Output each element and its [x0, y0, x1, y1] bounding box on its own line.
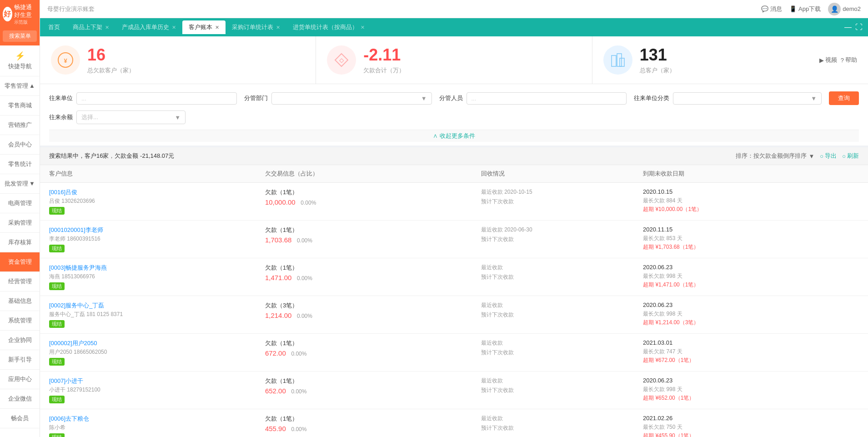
overdue-link[interactable]: 超期 ¥672.00（1笔） — [643, 357, 859, 364]
stat-debt-amount: ◇ -2.11 欠款合计（万） — [316, 36, 592, 84]
debt-customers-icon: ¥ — [51, 45, 80, 75]
customer-name[interactable]: [0001020001]李老师 — [49, 226, 265, 234]
customer-name[interactable]: [0007]小进干 — [49, 377, 265, 385]
sidebar-item-system[interactable]: 系统管理 — [0, 311, 40, 331]
customer-sub: 海燕 18513066976 — [49, 273, 265, 281]
recover-next: 预计下次收款 — [481, 424, 643, 432]
video-button[interactable]: ▶ 视频 — [819, 56, 837, 64]
tab-purchase-order[interactable]: 采购订单统计表 ✕ — [226, 20, 286, 34]
filter-collapse-button[interactable]: ∧ 收起更多条件 — [49, 130, 859, 142]
sidebar-item-enterprise-coop[interactable]: 企业协同 — [0, 331, 40, 350]
sidebar-item-retail-mgmt[interactable]: 零售管理 ▲ — [0, 76, 40, 96]
table-row: [0006]去下粮仓 陈小希 现结 欠款（1笔） 455.90 0.00% 最近… — [40, 409, 868, 437]
quick-nav-icon: ⚡ — [3, 51, 37, 61]
overdue-days: 最长欠款 747 天 — [643, 348, 859, 356]
sidebar-item-inventory[interactable]: 库存核算 — [0, 233, 40, 252]
sidebar-item-batch-mgmt[interactable]: 批发管理 ▼ — [0, 174, 40, 194]
sidebar-item-vip[interactable]: 畅会员 — [0, 409, 40, 428]
unit-class-select[interactable]: ▼ — [673, 92, 822, 105]
tab-close-icon[interactable]: ✕ — [215, 25, 219, 30]
tab-stock-statistics[interactable]: 进货单统计表（按商品） ✕ — [286, 20, 371, 34]
debt-count: 欠款（1笔） — [265, 415, 481, 423]
tabs-minimize-icon[interactable]: — — [844, 23, 852, 31]
table-row: [0001020001]李老师 李老师 18600391516 现结 欠款（1笔… — [40, 221, 868, 258]
debt-percent: 0.00% — [291, 426, 306, 432]
results-actions: 排序：按欠款金额倒序排序 ▼ ○ 导出 ○ 刷新 — [736, 152, 859, 160]
tab-customer-account[interactable]: 客户账本 ✕ — [182, 20, 226, 34]
tab-production-history[interactable]: 产成品入库单历史 ✕ — [115, 20, 182, 34]
sidebar-item-member[interactable]: 会员中心 — [0, 135, 40, 155]
tab-close-icon[interactable]: ✕ — [361, 25, 365, 30]
unit-class-label: 往来单位分类 — [634, 94, 669, 102]
overdue-cell: 2020.11.15 最长欠款 853 天 超期 ¥1,703.68（1笔） — [643, 226, 859, 251]
overdue-date: 2020.11.15 — [643, 226, 859, 233]
tabs-fullscreen-icon[interactable]: ⛶ — [855, 23, 863, 31]
sidebar-item-retail-mall[interactable]: 零售商城 — [0, 96, 40, 116]
recover-next: 预计下次收款 — [481, 349, 643, 357]
debt-info-cell: 欠款（1笔） 652.00 0.00% — [265, 377, 481, 395]
source-unit-label: 往来单位 — [49, 94, 73, 102]
overdue-cell: 2020.06.23 最长欠款 998 天 超期 ¥1,214.00（3笔） — [643, 301, 859, 326]
search-button[interactable]: 查询 — [829, 91, 859, 105]
chevron-down-icon: ▲ — [29, 82, 35, 89]
sidebar-item-retail-stats[interactable]: 零售统计 — [0, 155, 40, 174]
customer-name[interactable]: [0003]畅捷服务尹海燕 — [49, 264, 265, 272]
manager-input[interactable]: ... — [467, 92, 627, 105]
customer-name[interactable]: [0006]去下粮仓 — [49, 415, 265, 423]
sidebar-item-ecommerce[interactable]: 电商管理 — [0, 194, 40, 213]
sidebar-item-marketing[interactable]: 营销推广 — [0, 116, 40, 135]
message-button[interactable]: 💬 消息 — [761, 5, 782, 13]
sidebar-item-new-guide[interactable]: 新手引导 — [0, 350, 40, 370]
refresh-icon: ○ — [842, 153, 846, 160]
table-row: [0007]小进干 小进干 18279152100 现结 欠款（1笔） 652.… — [40, 372, 868, 409]
overdue-link[interactable]: 超期 ¥10,000.00（1笔） — [643, 206, 859, 213]
help-button[interactable]: ? 帮助 — [841, 56, 857, 64]
tabs-actions: — ⛶ — [841, 23, 866, 31]
overdue-cell: 2020.06.23 最长欠款 998 天 超期 ¥652.00（1笔） — [643, 377, 859, 402]
sidebar-item-enterprise-wechat[interactable]: 企业微信 — [0, 389, 40, 409]
sidebar-item-purchase[interactable]: 采购管理 — [0, 213, 40, 233]
customer-name[interactable]: [000002]用户2050 — [49, 339, 265, 347]
overdue-link[interactable]: 超期 ¥1,703.68（1笔） — [643, 243, 859, 251]
customer-name[interactable]: [0016]吕俊 — [49, 188, 265, 196]
recover-last: 最近收款 — [481, 339, 643, 347]
debt-amount-icon: ◇ — [327, 45, 356, 75]
overdue-link[interactable]: 超期 ¥455.90（1笔） — [643, 432, 859, 437]
help-icon: ? — [841, 57, 844, 64]
overdue-link[interactable]: 超期 ¥1,214.00（3笔） — [643, 319, 859, 326]
col-overdue: 到期未收款日期 — [643, 170, 859, 178]
sidebar-item-app-center[interactable]: 应用中心 — [0, 370, 40, 389]
debt-percent: 0.00% — [297, 313, 312, 319]
sidebar-item-finance[interactable]: 资金管理 — [0, 252, 40, 272]
industry-label: 母婴行业演示账套 — [47, 5, 95, 13]
tab-close-icon[interactable]: ✕ — [105, 25, 109, 30]
recover-last: 最近收款 2020-10-15 — [481, 188, 643, 196]
balance-select[interactable]: 选择... ▼ — [76, 111, 186, 124]
tab-home[interactable]: 首页 — [42, 20, 66, 34]
avatar: 👤 — [828, 3, 841, 15]
debt-info-cell: 欠款（1笔） 1,703.68 0.00% — [265, 226, 481, 244]
tab-products-offline[interactable]: 商品上下架 ✕ — [66, 20, 115, 34]
debt-amount-value: -2.11 — [363, 45, 405, 65]
sidebar-item-quick-nav[interactable]: ⚡ 快捷导航 — [0, 45, 40, 76]
chevron-down-icon: ▼ — [175, 114, 181, 121]
overdue-link[interactable]: 超期 ¥1,471.00（1笔） — [643, 281, 859, 289]
customer-tag: 现结 — [49, 396, 65, 403]
export-button[interactable]: ○ 导出 — [820, 152, 837, 160]
search-menu-button[interactable]: 搜索菜单 — [3, 30, 37, 42]
app-download-button[interactable]: 📱 App下载 — [789, 5, 821, 13]
col-debt-info: 欠交易信息（占比） — [265, 170, 481, 178]
overdue-link[interactable]: 超期 ¥652.00（1笔） — [643, 394, 859, 402]
tab-close-icon[interactable]: ✕ — [276, 25, 280, 30]
refresh-button[interactable]: ○ 刷新 — [842, 152, 859, 160]
sidebar-item-operations[interactable]: 经营管理 — [0, 272, 40, 291]
table-row: [0003]畅捷服务尹海燕 海燕 18513066976 现结 欠款（1笔） 1… — [40, 258, 868, 296]
tab-close-icon[interactable]: ✕ — [172, 25, 176, 30]
results-bar: 搜索结果中，客户16家，欠款金额 -21,148.07元 排序：按欠款金额倒序排… — [40, 147, 868, 165]
sort-select[interactable]: 排序：按欠款金额倒序排序 ▼ — [736, 152, 814, 160]
customer-name[interactable]: [0002]服务中心_丁磊 — [49, 301, 265, 310]
user-menu[interactable]: 👤 demo2 — [828, 3, 861, 15]
sidebar-item-basic-info[interactable]: 基础信息 — [0, 291, 40, 311]
dept-select[interactable]: ▼ — [271, 92, 432, 105]
source-unit-input[interactable]: ... — [76, 92, 237, 105]
